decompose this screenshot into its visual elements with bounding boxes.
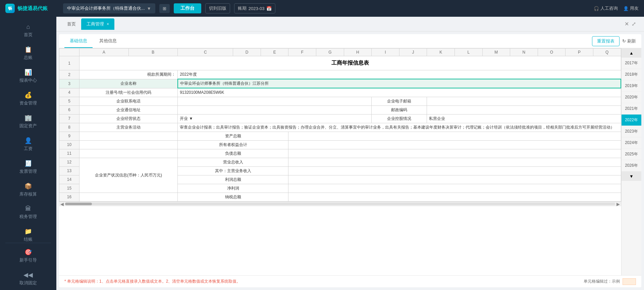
phone-value[interactable] (178, 97, 372, 105)
sidebar-item-tax[interactable]: 🏛 税务管理 (0, 201, 56, 224)
liabilities-value[interactable] (288, 149, 621, 158)
table-row: 6 企业通信地址 邮政编码 (59, 105, 621, 114)
col-header-f: F (288, 49, 316, 56)
sheet-title[interactable]: 工商年报信息表 (79, 56, 621, 70)
sidebar-item-label: 发票管理 (19, 168, 37, 174)
unpin-icon: ◀◀ (23, 271, 33, 279)
table-row: 8 主营业务活动 审查企业会计报表；出具审计报告；验证企业资本；出具验资报告；办… (59, 123, 621, 132)
email-label: 企业电子邮箱 (372, 97, 427, 105)
sidebar-item-label: 总账 (24, 55, 33, 61)
sidebar-item-label: 报表中心 (19, 77, 37, 83)
company-name-label: 企业名称 (79, 79, 178, 88)
net-profit-value[interactable] (288, 184, 621, 193)
liabilities-label: 负债总额 (178, 149, 288, 158)
col-header-k: K (427, 49, 455, 56)
inventory-icon: 📦 (24, 183, 32, 190)
year-item-2026[interactable]: 2026年 (622, 160, 641, 171)
spreadsheet[interactable]: A B C D E F G H I J K L (59, 48, 621, 275)
period-value-cell[interactable]: 2022年度 (178, 70, 621, 79)
sidebar-item-ledger[interactable]: 📋 总账 (0, 42, 56, 65)
reg-num-value[interactable]: 91320100MA208E5W6K (178, 88, 621, 97)
scroll-right-icon[interactable]: ▶ (616, 202, 620, 207)
postal-value[interactable] (427, 105, 621, 114)
finance-icon: 💰 (24, 91, 32, 99)
header: 畅 畅捷通易代账 中审众环会计师事务所（特殊普通合伙... ▼ ⊞ 工作台 切到… (0, 0, 644, 17)
sidebar-item-guide[interactable]: 🎯 新手引导 (0, 244, 56, 267)
status-value[interactable]: 开业 ▼ (178, 114, 372, 123)
tab-commerce[interactable]: 工商管理 × (81, 18, 114, 30)
revenue-label: 营业总收入 (178, 158, 288, 166)
year-item-2023[interactable]: 2023年 (622, 126, 641, 137)
year-item-2017[interactable]: 2017年 (622, 58, 641, 69)
year-item-2020[interactable]: 2020年 (622, 92, 641, 103)
period-selector[interactable]: 账期 2023-03 📅 (234, 3, 276, 13)
sidebar-item-invoice[interactable]: 🧾 发票管理 (0, 156, 56, 178)
company-name: 中审众环会计师事务所（特殊普通合伙... (67, 5, 145, 11)
user-menu[interactable]: 👤 用友 (623, 5, 639, 11)
address-label: 企业通信地址 (79, 105, 178, 114)
sidebar-item-assets[interactable]: 🏢 固定资产 (0, 110, 56, 133)
tab-basic-info[interactable]: 基础信息 (64, 34, 93, 48)
scrollbar-thumb[interactable] (65, 203, 92, 205)
refresh-button[interactable]: ↻ 刷新 (622, 38, 636, 44)
tab-home[interactable]: 首页 (62, 18, 81, 30)
report-icon: 📊 (24, 69, 32, 76)
row-num: 12 (59, 158, 79, 166)
revenue-value[interactable] (288, 158, 621, 166)
shareholding-value[interactable]: 私营企业 (427, 114, 621, 123)
total-tax-value[interactable] (288, 193, 621, 201)
tab-close-icon[interactable]: × (107, 22, 109, 26)
equity-value[interactable] (288, 140, 621, 149)
total-profit-value[interactable] (288, 175, 621, 184)
col-header-q: Q (593, 49, 621, 56)
email-value[interactable] (427, 97, 621, 105)
year-item-2024[interactable]: 2024年 (622, 137, 641, 149)
main-revenue-value[interactable] (288, 166, 621, 175)
sidebar-item-report[interactable]: 📊 报表中心 (0, 65, 56, 87)
sidebar-item-close[interactable]: 📁 结账 (0, 224, 56, 241)
year-item-2025[interactable]: 2025年 (622, 149, 641, 160)
switch-old-button[interactable]: 切到旧版 (205, 3, 230, 13)
user-service-button[interactable]: 🎧 人工咨询 (594, 5, 618, 11)
year-nav-up[interactable]: ▲ (622, 48, 641, 58)
window-close-icon[interactable]: ✕ (625, 21, 629, 27)
scroll-left-icon[interactable]: ◀ (60, 202, 64, 207)
sidebar-item-salary[interactable]: 👤 工资 (0, 133, 56, 156)
reg-num-label: 注册号/统一社会信用代码 (79, 88, 178, 97)
table-row: 9 资产总额 (59, 132, 621, 140)
year-item-2019[interactable]: 2019年 (622, 80, 641, 92)
year-nav-down[interactable]: ▼ (622, 171, 641, 181)
chevron-up-icon: ▲ (629, 51, 634, 56)
table-row: 1 工商年报信息表 (59, 56, 621, 70)
sidebar-item-label: 新手引导 (19, 257, 37, 263)
sidebar-item-finance[interactable]: 💰 资金管理 (0, 87, 56, 110)
year-sidebar: ▲ 2017年 2018年 2019年 2020年 2021年 2022年 20… (621, 48, 641, 275)
sidebar-item-unpin[interactable]: ◀◀ 取消固定 (0, 267, 56, 290)
window-maximize-icon[interactable]: ⤢ (632, 21, 636, 27)
user-icon: 👤 (623, 6, 629, 11)
total-assets-value[interactable] (288, 132, 621, 140)
horizontal-scrollbar[interactable]: ◀ ▶ (59, 202, 621, 206)
sidebar-item-label: 库存核算 (19, 191, 37, 197)
tab-other-info[interactable]: 其他信息 (94, 34, 122, 48)
year-item-2018[interactable]: 2018年 (622, 69, 641, 80)
sidebar-item-label: 结账 (24, 236, 33, 241)
sidebar-item-home[interactable]: ⌂ 首页 (0, 19, 56, 42)
total-profit-label: 利润总额 (178, 175, 288, 184)
address-value[interactable] (178, 105, 372, 114)
headset-icon: 🎧 (594, 6, 599, 11)
company-selector[interactable]: 中审众环会计师事务所（特殊普通合伙... ▼ (63, 3, 155, 13)
row-num: 6 (59, 105, 79, 114)
year-item-2022[interactable]: 2022年 (622, 115, 641, 126)
copy-button[interactable]: ⊞ (159, 4, 170, 13)
phone-label: 企业联系电话 (79, 97, 178, 105)
business-value[interactable]: 审查企业会计报表；出具审计报告；验证企业资本；出具验资报告；办理企业合并、分立、… (178, 123, 621, 132)
spreadsheet-container: A B C D E F G H I J K L (59, 48, 641, 275)
workbench-button[interactable]: 工作台 (174, 3, 201, 13)
reset-report-button[interactable]: 重置报表 (592, 36, 620, 46)
company-name-value[interactable]: 中审众环会计师事务所（特殊普通合伙）江苏分所 (178, 79, 621, 88)
tab-basic-label: 基础信息 (70, 38, 87, 43)
ledger-icon: 📋 (24, 46, 32, 53)
sidebar-item-inventory[interactable]: 📦 库存核算 (0, 178, 56, 201)
year-item-2021[interactable]: 2021年 (622, 103, 641, 115)
